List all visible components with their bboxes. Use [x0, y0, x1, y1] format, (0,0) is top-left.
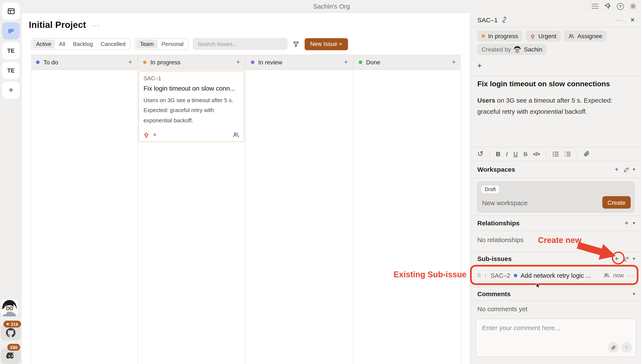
format-toolbar: ↺ B I U S </> 1 2	[477, 147, 590, 161]
annotation-create-new-label: Create new	[538, 236, 581, 245]
column-header-strip: To do + In progress + In review + Done +	[31, 54, 461, 70]
panel-more-icon[interactable]: ···	[616, 16, 623, 23]
strikethrough-icon[interactable]: S	[523, 150, 528, 157]
card-description: Users on 3G see a timeout after 5 s. Exp…	[144, 95, 239, 125]
add-relationship-icon[interactable]: +	[624, 219, 628, 227]
svg-text:1: 1	[564, 151, 566, 153]
add-issue-inprogress-button[interactable]: +	[236, 58, 240, 66]
add-workspace-button[interactable]: +	[2, 82, 20, 99]
relationships-collapse-icon[interactable]: ▾	[633, 221, 635, 225]
panel-close-icon[interactable]: ✕	[630, 16, 635, 23]
inreview-status-dot	[251, 60, 254, 64]
sidebar-item-workspace-ip[interactable]: IP	[2, 22, 20, 40]
draft-badge: Draft	[481, 186, 499, 193]
card-add-icon[interactable]: +	[153, 131, 157, 138]
layout-panels-icon[interactable]	[2, 2, 20, 20]
workspaces-collapse-icon[interactable]: ▾	[633, 167, 635, 172]
status-dot	[482, 34, 485, 38]
annotation-existing-subissue-label: Existing Sub-issue	[365, 270, 467, 280]
assignee-badge[interactable]: Assignee	[564, 30, 606, 42]
issue-title[interactable]: Fix login timeout on slow connections	[477, 80, 610, 88]
workspaces-section-header: Workspaces + ▾	[470, 161, 641, 178]
created-by-badge[interactable]: Created by Sachin	[477, 44, 547, 55]
ordered-list-icon[interactable]: 1 2	[564, 151, 571, 157]
column-divider-2	[245, 70, 246, 364]
project-menu-icon[interactable]: ···	[92, 22, 100, 30]
undo-icon[interactable]: ↺	[477, 150, 484, 158]
workspace-name[interactable]: New workspace	[482, 199, 528, 206]
underline-icon[interactable]: U	[513, 150, 518, 157]
column-header-done: Done +	[353, 55, 461, 70]
create-workspace-button[interactable]: Create	[602, 196, 631, 208]
discord-count-badge: 330	[7, 344, 20, 351]
board-main: Initial Project ··· Active All Backlog C…	[22, 13, 470, 364]
issue-description[interactable]: Users on 3G see a timeout after 5 s. Exp…	[477, 95, 634, 117]
comment-attach-icon[interactable]	[608, 342, 619, 353]
annotation-circle-highlight	[612, 252, 625, 264]
column-divider-3	[353, 70, 354, 364]
add-issue-todo-button[interactable]: +	[128, 58, 132, 66]
tab-all[interactable]: All	[55, 40, 69, 48]
status-badge[interactable]: In progress	[477, 30, 522, 42]
card-id: SAC–1	[144, 75, 239, 82]
comments-collapse-icon[interactable]: ▾	[633, 291, 635, 296]
tab-team[interactable]: Team	[136, 40, 158, 48]
tab-backlog[interactable]: Backlog	[69, 40, 97, 48]
column-header-inprogress: In progress +	[137, 55, 245, 70]
search-input[interactable]	[193, 38, 287, 50]
add-issue-done-button[interactable]: +	[452, 58, 456, 66]
svg-text:2: 2	[564, 154, 566, 157]
bullet-list-icon[interactable]	[552, 151, 559, 157]
issue-card-sac1[interactable]: SAC–1 Fix login timeout on slow conn... …	[138, 71, 244, 142]
urgent-priority-icon[interactable]	[144, 132, 149, 138]
card-title: Fix login timeout on slow conn...	[144, 84, 239, 92]
help-icon[interactable]: ?	[617, 3, 624, 10]
draft-workspace-card: Draft New workspace Create	[477, 182, 634, 212]
priority-badge[interactable]: Urgent	[526, 30, 561, 42]
relationships-section-header: Relationships + ▾	[470, 216, 641, 230]
creator-avatar	[514, 46, 521, 53]
add-attribute-button[interactable]: +	[477, 62, 482, 70]
column-header-inreview: In review +	[245, 55, 353, 70]
tab-cancelled[interactable]: Cancelled	[97, 40, 129, 48]
link-workspace-icon[interactable]	[623, 166, 628, 172]
add-workspace-link-icon[interactable]: +	[614, 166, 619, 173]
github-stars-badge: ★ 21k	[4, 321, 21, 328]
sidebar-item-workspace-te2[interactable]: TE	[2, 62, 20, 79]
top-bar: Sachin's Org ?	[22, 0, 641, 12]
sidebar-item-workspace-te1[interactable]: TE	[2, 42, 20, 59]
comment-composer: ↑	[476, 318, 636, 357]
board-edge-right	[461, 70, 461, 364]
user-avatar[interactable]	[1, 299, 18, 316]
tab-personal[interactable]: Personal	[157, 40, 187, 48]
comment-input[interactable]	[476, 319, 636, 342]
app-root: Sachin's Org ?	[0, 0, 641, 364]
copy-link-icon[interactable]	[501, 17, 507, 23]
add-issue-inreview-button[interactable]: +	[344, 58, 348, 66]
attach-file-icon[interactable]	[583, 151, 590, 157]
page-title: Initial Project	[29, 20, 86, 30]
star-icon: ★	[6, 322, 10, 326]
tab-active[interactable]: Active	[32, 40, 55, 48]
inprogress-status-dot	[143, 60, 147, 64]
menu-icon[interactable]	[592, 4, 598, 9]
comment-send-icon[interactable]: ↑	[621, 342, 632, 353]
todo-status-dot	[36, 60, 40, 64]
announcements-icon[interactable]	[604, 2, 611, 10]
scope-filter-tabs: Team Personal	[135, 38, 189, 50]
new-issue-button[interactable]: New Issue +	[304, 38, 348, 50]
mouse-cursor	[536, 282, 541, 289]
code-icon[interactable]: </>	[533, 151, 540, 157]
subissues-collapse-icon[interactable]: ▾	[633, 256, 635, 261]
comments-empty-text: No comments yet	[477, 305, 527, 312]
org-title: Sachin's Org	[22, 2, 641, 10]
bold-icon[interactable]: B	[496, 150, 500, 157]
done-status-dot	[359, 60, 362, 64]
issue-detail-panel: SAC–1 ··· ✕ In progress	[470, 12, 641, 364]
filter-funnel-icon[interactable]	[292, 40, 299, 48]
card-assignees-icon[interactable]	[233, 132, 239, 138]
comments-section-header: Comments ▾	[470, 287, 641, 300]
settings-gear-icon[interactable]	[629, 2, 637, 10]
board-edge-left	[31, 70, 31, 364]
italic-icon[interactable]: I	[506, 150, 508, 157]
